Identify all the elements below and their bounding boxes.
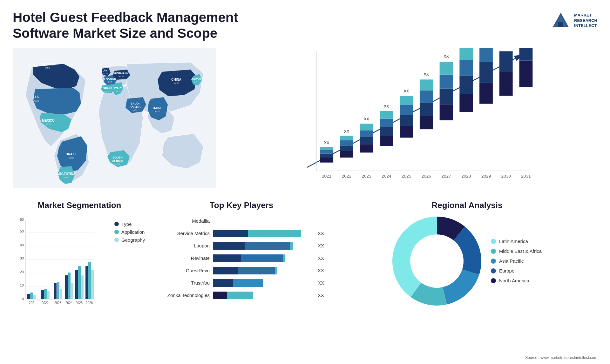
svg-rect-148 <box>213 267 238 274</box>
svg-text:2030: 2030 <box>501 174 511 179</box>
svg-rect-67 <box>420 91 433 103</box>
legend-europe: Europe <box>491 268 542 273</box>
svg-rect-53 <box>360 124 373 130</box>
player-bar <box>213 266 313 275</box>
bar-chart-section: XX XX XX XX XX <box>229 48 597 194</box>
svg-rect-52 <box>360 130 373 137</box>
europe-dot <box>491 268 496 273</box>
player-name: Service Metrics <box>159 231 210 236</box>
svg-rect-75 <box>459 94 473 112</box>
player-name: GuestRevu <box>159 268 210 273</box>
svg-text:50: 50 <box>20 229 24 233</box>
segmentation-section: Market Segmentation 0 10 20 30 40 50 60 <box>13 200 146 364</box>
svg-rect-117 <box>33 295 36 299</box>
svg-rect-144 <box>290 242 293 250</box>
svg-text:2022: 2022 <box>342 174 351 179</box>
svg-rect-81 <box>479 62 493 83</box>
svg-rect-70 <box>440 104 453 120</box>
svg-rect-76 <box>459 76 473 94</box>
svg-text:SOUTH: SOUTH <box>112 156 123 159</box>
svg-text:xx%: xx% <box>103 72 108 75</box>
svg-text:xx%: xx% <box>107 80 112 83</box>
svg-rect-77 <box>459 60 473 75</box>
segmentation-legend: Type Application Geography <box>102 221 145 243</box>
player-row-medallia: Medallia <box>159 217 324 226</box>
svg-text:xx%: xx% <box>155 110 159 113</box>
svg-rect-131 <box>75 270 78 299</box>
player-name: TrustYou <box>159 280 210 286</box>
svg-text:xx%: xx% <box>45 66 50 70</box>
svg-rect-83 <box>499 72 513 96</box>
player-bar <box>213 229 313 238</box>
svg-text:30: 30 <box>20 256 24 260</box>
legend-middle-east: Middle East & Africa <box>491 248 542 254</box>
player-label: XX <box>318 243 324 248</box>
svg-rect-116 <box>30 293 33 299</box>
logo-area: MARKET RESEARCH INTELLECT <box>551 10 597 30</box>
svg-rect-119 <box>41 290 44 299</box>
svg-rect-143 <box>245 242 290 250</box>
svg-rect-124 <box>57 282 59 299</box>
svg-rect-129 <box>71 283 73 299</box>
svg-text:XX: XX <box>324 141 329 145</box>
svg-text:2029: 2029 <box>481 174 491 179</box>
svg-rect-85 <box>519 61 533 87</box>
world-map: CANADA xx% U.S. xx% MEXICO xx% BRAZIL xx… <box>13 48 216 188</box>
svg-rect-121 <box>47 291 50 299</box>
svg-text:2028: 2028 <box>461 174 471 179</box>
page-title: Hotel Guest Feedback Management Software… <box>13 10 251 42</box>
svg-text:XX: XX <box>344 129 349 133</box>
svg-text:ARGENTINA: ARGENTINA <box>57 172 75 176</box>
svg-text:BRAZIL: BRAZIL <box>66 152 78 156</box>
svg-text:xx%: xx% <box>173 82 179 85</box>
svg-text:2027: 2027 <box>441 174 451 179</box>
legend-type: Type <box>114 221 145 227</box>
donut-chart <box>392 217 481 306</box>
svg-text:GERMANY: GERMANY <box>114 72 129 75</box>
header: Hotel Guest Feedback Management Software… <box>0 0 610 48</box>
svg-rect-127 <box>65 275 68 299</box>
svg-rect-40 <box>320 158 333 163</box>
svg-rect-140 <box>213 230 248 237</box>
svg-text:SAUDI: SAUDI <box>131 102 139 105</box>
svg-text:xx%: xx% <box>193 81 198 84</box>
svg-rect-141 <box>248 230 301 237</box>
svg-rect-133 <box>81 275 84 299</box>
player-row-guestrevu: GuestRevu XX <box>159 266 324 275</box>
svg-rect-71 <box>440 88 453 104</box>
player-label: XX <box>318 268 324 273</box>
svg-text:CHINA: CHINA <box>171 78 181 81</box>
bar-chart-svg: XX XX XX XX XX <box>229 48 597 194</box>
player-name: Medallia <box>159 218 210 224</box>
geography-dot <box>114 238 119 242</box>
player-row-revinate: Revinate XX <box>159 254 324 263</box>
svg-rect-132 <box>78 266 81 299</box>
bottom-sections: Market Segmentation 0 10 20 30 40 50 60 <box>0 194 610 364</box>
legend-geography: Geography <box>114 237 145 243</box>
legend-north-america: North America <box>491 278 542 283</box>
svg-rect-146 <box>241 254 283 262</box>
svg-rect-128 <box>68 273 71 299</box>
svg-rect-63 <box>400 96 413 105</box>
segmentation-title: Market Segmentation <box>13 200 146 210</box>
player-row-service-metrics: Service Metrics XX <box>159 229 324 238</box>
player-name: Loopon <box>159 243 210 248</box>
svg-rect-125 <box>60 289 62 299</box>
svg-rect-136 <box>88 262 91 299</box>
logo-text: MARKET RESEARCH INTELLECT <box>574 13 597 29</box>
svg-point-155 <box>410 234 464 288</box>
player-name: Revinate <box>159 255 210 261</box>
svg-rect-73 <box>440 62 453 75</box>
svg-text:2023: 2023 <box>54 301 62 305</box>
svg-rect-152 <box>233 279 263 287</box>
svg-text:xx%: xx% <box>105 90 110 93</box>
svg-rect-120 <box>44 289 47 299</box>
svg-rect-142 <box>213 242 245 250</box>
svg-rect-137 <box>91 270 94 299</box>
asia-pacific-dot <box>491 259 496 264</box>
player-row-zonka: Zonka Technologies XX <box>159 291 324 300</box>
svg-text:2024: 2024 <box>382 174 391 179</box>
players-title: Top Key Players <box>159 200 324 210</box>
regional-legend: Latin America Middle East & Africa Asia … <box>491 239 542 283</box>
segmentation-chart: 0 10 20 30 40 50 60 2021 <box>13 217 95 312</box>
